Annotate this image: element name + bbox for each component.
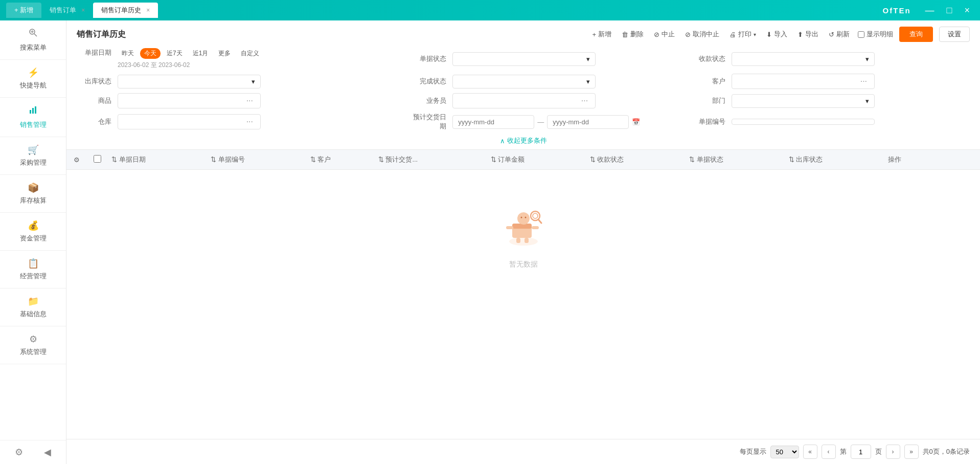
filter-group-department: 部门 ▾	[691, 94, 970, 108]
page-title-row: 销售订单历史 + 新增 🗑 删除 ⊘ 中止 ⊘	[77, 27, 970, 42]
sidebar-item-fund-mgmt[interactable]: 💰 资金管理	[0, 213, 66, 251]
warehouse-select[interactable]: ···	[118, 114, 261, 129]
th-bill-status[interactable]: ⇅ 单据状态	[685, 150, 784, 170]
sidebar-item-quick-nav[interactable]: ⚡ 快捷导航	[0, 60, 66, 98]
empty-state: 暂无数据	[66, 170, 980, 300]
bill-number-input-wrap[interactable]	[732, 119, 875, 125]
tab-home[interactable]: + 新增	[6, 3, 41, 18]
table-settings-icon[interactable]: ⚙	[74, 156, 80, 164]
basic-info-icon: 📁	[28, 296, 39, 307]
date-range-display: 2023-06-02 至 2023-06-02	[118, 61, 263, 70]
goods-label: 商品	[77, 96, 118, 105]
page-last-btn[interactable]: »	[904, 445, 919, 459]
payment-status-arrow: ▾	[865, 55, 869, 63]
stop-btn[interactable]: ⊘ 中止	[652, 30, 677, 39]
department-select[interactable]: ▾	[732, 94, 875, 108]
date-more-btn[interactable]: 更多	[214, 48, 235, 59]
sidebar-item-search-menu[interactable]: 搜索菜单	[0, 20, 66, 60]
sidebar-item-sales-mgmt[interactable]: 销售管理	[0, 98, 66, 137]
tab-sales-order-close[interactable]: ×	[81, 7, 85, 14]
th-outstock-status[interactable]: ⇅ 出库状态	[785, 150, 884, 170]
add-btn[interactable]: + 新增	[590, 30, 613, 39]
th-action-label: 操作	[888, 156, 901, 163]
complete-status-select[interactable]: ▾	[452, 75, 596, 89]
sidebar-item-basic-info[interactable]: 📁 基础信息	[0, 289, 66, 326]
goods-more-btn[interactable]: ···	[244, 96, 255, 105]
display-toggle-checkbox[interactable]	[858, 31, 864, 38]
cancel-stop-btn[interactable]: ⊘ 取消中止	[683, 30, 721, 39]
complete-status-arrow: ▾	[586, 78, 590, 85]
th-bill-status-label: ⇅ 单据状态	[689, 156, 723, 163]
goods-select[interactable]: ···	[118, 93, 261, 108]
window-minimize-btn[interactable]: —	[921, 5, 939, 16]
settings-btn[interactable]: 设置	[939, 27, 970, 42]
filter-group-payment-status: 收款状态 ▾	[691, 52, 970, 66]
window-close-btn[interactable]: ×	[960, 5, 974, 16]
page-next-btn[interactable]: ›	[886, 445, 900, 459]
th-date[interactable]: ⇅ 单据日期	[107, 150, 207, 170]
sidebar-label-quick-nav: 快捷导航	[20, 81, 47, 90]
sidebar-item-purchase-mgmt[interactable]: 🛒 采购管理	[0, 137, 66, 175]
window-restore-btn[interactable]: □	[943, 5, 956, 16]
page-label: 第	[840, 447, 847, 456]
salesman-label: 业务员	[412, 96, 452, 105]
th-bill-no[interactable]: ⇅ 单据编号	[207, 150, 306, 170]
date-today-btn[interactable]: 今天	[140, 48, 161, 59]
pagination-bar: 每页显示 50 10 20 100 « ‹ 第 页 › » 共0页，0条记录	[66, 439, 980, 464]
sidebar-item-inventory-calc[interactable]: 📦 库存核算	[0, 175, 66, 213]
th-outstock-status-label: ⇅ 出库状态	[789, 156, 823, 163]
main-layout: 搜索菜单 ⚡ 快捷导航 销售管理 🛒 采购管理 📦 库存核算 💰 资金管理 📋 …	[0, 20, 980, 464]
collapse-label: 收起更多条件	[507, 136, 547, 145]
page-number-input[interactable]	[851, 445, 871, 459]
tab-sales-order-history[interactable]: 销售订单历史 ×	[93, 3, 158, 18]
page-first-btn[interactable]: «	[803, 445, 817, 459]
delete-btn[interactable]: 🗑 删除	[620, 30, 646, 39]
collapse-row[interactable]: ∧ 收起更多条件	[77, 134, 970, 149]
outstock-status-select[interactable]: ▾	[118, 75, 261, 89]
date-7days-btn[interactable]: 近7天	[163, 48, 187, 59]
filter-group-outstock: 出库状态 ▾	[77, 75, 412, 89]
sidebar-collapse-icon[interactable]: ◀	[44, 447, 51, 458]
th-payment-status[interactable]: ⇅ 收款状态	[586, 150, 685, 170]
date-1month-btn[interactable]: 近1月	[189, 48, 213, 59]
expected-date-label: 预计交货日期	[412, 113, 452, 131]
payment-status-select[interactable]: ▾	[732, 52, 875, 66]
customer-select[interactable]: ···	[732, 74, 875, 89]
th-settings[interactable]: ⚙	[66, 150, 87, 170]
th-action: 操作	[884, 150, 980, 170]
page-prev-btn[interactable]: ‹	[822, 445, 836, 459]
query-btn[interactable]: 查询	[899, 27, 933, 42]
sidebar-settings-icon[interactable]: ⚙	[15, 447, 23, 458]
refresh-icon: ↺	[829, 31, 834, 38]
expected-date-to-input[interactable]	[547, 115, 629, 129]
print-btn[interactable]: 🖨 打印 ▾	[727, 30, 758, 39]
display-toggle-btn[interactable]: 显示明细	[858, 30, 893, 39]
refresh-btn[interactable]: ↺ 刷新	[827, 30, 852, 39]
customer-label: 客户	[691, 77, 732, 86]
select-all-checkbox[interactable]	[94, 155, 101, 163]
page-size-select[interactable]: 50 10 20 100	[770, 446, 799, 458]
warehouse-more-btn[interactable]: ···	[244, 117, 255, 126]
expected-date-from-input[interactable]	[452, 115, 534, 129]
salesman-more-btn[interactable]: ···	[579, 96, 590, 105]
customer-more-btn[interactable]: ···	[858, 77, 869, 86]
import-btn[interactable]: ⬇ 导入	[764, 30, 789, 39]
tab-sales-order-history-close[interactable]: ×	[146, 7, 150, 14]
th-expected-date[interactable]: ⇅ 预计交货...	[374, 150, 487, 170]
sidebar-item-sys-mgmt[interactable]: ⚙ 系统管理	[0, 326, 66, 364]
date-yesterday-btn[interactable]: 昨天	[118, 48, 138, 59]
content-area: 销售订单历史 + 新增 🗑 删除 ⊘ 中止 ⊘	[66, 20, 980, 464]
calendar-icon-right[interactable]: 📅	[632, 118, 640, 126]
bill-status-select[interactable]: ▾	[452, 52, 596, 66]
print-label: 打印	[738, 30, 751, 39]
salesman-select[interactable]: ···	[452, 93, 596, 108]
export-btn[interactable]: ⬆ 导出	[795, 30, 821, 39]
date-custom-btn[interactable]: 自定义	[237, 48, 263, 59]
tab-home-label: + 新增	[14, 6, 33, 15]
refresh-label: 刷新	[836, 30, 850, 39]
th-customer[interactable]: ⇅ 客户	[306, 150, 374, 170]
th-order-amount[interactable]: ⇅ 订单金额	[487, 150, 586, 170]
tab-sales-order[interactable]: 销售订单 ×	[41, 3, 93, 18]
sidebar-item-ops-mgmt[interactable]: 📋 经营管理	[0, 251, 66, 289]
add-label: 新增	[598, 30, 611, 39]
